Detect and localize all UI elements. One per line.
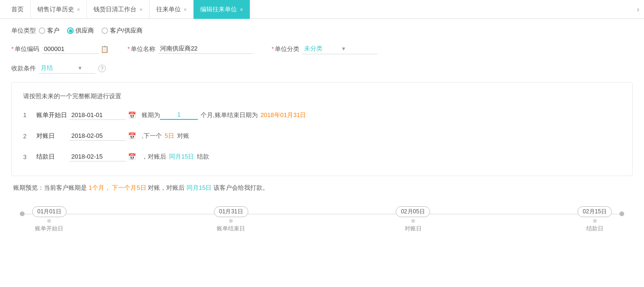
payment-terms-label: 收款条件	[11, 64, 36, 73]
payment-highlight: 同月15日	[169, 152, 194, 161]
payment-terms-value: 月结	[39, 63, 76, 73]
reconcile-date-input[interactable]	[69, 131, 126, 141]
tab-home-label: 首页	[11, 5, 24, 14]
radio-both[interactable]: 客户/供应商	[102, 26, 143, 35]
reconcile-highlight: 5日	[165, 132, 174, 140]
unit-name-group: * 单位名称	[127, 44, 253, 54]
close-edit-partner-icon[interactable]: ×	[240, 7, 243, 12]
payment-date-label: 结款日	[36, 152, 69, 161]
timeline-dot-start	[47, 219, 51, 223]
timeline-label-reconcile: 对账日	[405, 225, 422, 233]
payment-terms-arrow-icon: ▼	[77, 65, 83, 71]
start-date-input[interactable]	[69, 110, 126, 120]
period-input[interactable]	[160, 110, 198, 120]
payment-date-input[interactable]	[69, 152, 126, 161]
unit-code-label: 单位编码	[15, 45, 39, 53]
preview-period: 1个月，	[89, 184, 110, 191]
radio-supplier-label: 供应商	[76, 26, 94, 35]
payment-terms-dropdown[interactable]: 月结 ▼	[39, 63, 95, 74]
payment-terms-row: 收款条件 月结 ▼ ?	[11, 63, 633, 74]
radio-customer[interactable]: 客户	[39, 26, 59, 35]
preview-end: 该客户会给我打款。	[213, 184, 269, 191]
tab-partner[interactable]: 往来单位 ×	[150, 0, 194, 19]
timeline-label-payment: 结款日	[586, 225, 603, 233]
preview-mid: 对账，对账后	[148, 184, 185, 191]
unit-name-star: *	[127, 45, 130, 52]
timeline-label-start: 账单开始日	[35, 225, 63, 233]
payment-date-cal-icon[interactable]: 📅	[128, 153, 136, 160]
close-cash-work-icon[interactable]: ×	[139, 7, 142, 12]
preview-label: 账期预览：当前客户账期是	[13, 184, 87, 191]
unit-code-copy-icon[interactable]: 📋	[101, 45, 109, 53]
tab-home[interactable]: 首页	[5, 0, 31, 19]
timeline-label-end: 账单结束日	[217, 225, 245, 233]
radio-supplier-circle	[67, 27, 74, 34]
unit-type-label: 单位类型	[11, 26, 36, 35]
unit-category-dropdown[interactable]: 未分类 ▼	[302, 43, 378, 54]
unit-category-group: * 单位分类 未分类 ▼	[271, 43, 378, 54]
tab-edit-partner-label: 编辑往来单位	[200, 5, 237, 14]
unit-code-group: * 单位编码 📋	[11, 44, 109, 54]
timeline-dot-end	[229, 219, 233, 223]
end-date-display: 2018年01月31日	[261, 111, 306, 119]
payment-prefix: ，对账后	[142, 152, 166, 161]
reconcile-prefix: ,下一个	[142, 132, 162, 140]
unit-category-value: 未分类	[302, 43, 340, 54]
start-date-row: 1 账单开始日 📅 账期为 个月,账单结束日期为 2018年01月31日	[23, 110, 621, 120]
radio-customer-label: 客户	[47, 26, 59, 35]
close-sales-history-icon[interactable]: ×	[77, 7, 80, 12]
unit-category-arrow-icon: ▼	[341, 46, 346, 51]
tab-edit-partner[interactable]: 编辑往来单位 ×	[194, 0, 250, 19]
tab-more-button[interactable]: ›	[632, 5, 644, 14]
timeline-node-payment: 02月15日 结款日	[577, 206, 612, 233]
reconcile-date-row: 2 对账日 📅 ,下一个 5日 对账	[23, 131, 621, 141]
timeline-badge-reconcile: 02月05日	[396, 206, 430, 217]
unit-code-star: *	[11, 45, 14, 52]
start-date-label: 账单开始日	[36, 111, 69, 119]
tab-cash-work[interactable]: 钱货日清工作台 ×	[87, 0, 149, 19]
row-num-1: 1	[23, 111, 36, 118]
radio-supplier[interactable]: 供应商	[67, 26, 94, 35]
radio-both-label: 客户/供应商	[110, 26, 143, 35]
close-partner-icon[interactable]: ×	[184, 7, 186, 12]
timeline-dot-payment	[593, 219, 597, 223]
timeline-node-start: 01月01日 账单开始日	[32, 206, 67, 233]
main-content: 单位类型 客户 供应商 客户/供应商 * 单位编码 📋 * 单位名称	[0, 19, 644, 287]
reconcile-suffix: 对账	[177, 132, 189, 140]
timeline-badge-end: 01月31日	[214, 206, 248, 217]
timeline-badge-start: 01月01日	[32, 206, 67, 217]
tab-sales-history[interactable]: 销售订单历史 ×	[31, 0, 87, 19]
payment-date-row: 3 结款日 📅 ，对账后 同月15日 结款	[23, 152, 621, 161]
period-prefix: 账期为	[142, 111, 160, 119]
preview-text-container: 账期预览：当前客户账期是 1个月， 下一个月5日 对账，对账后 同月15日 该客…	[13, 184, 631, 192]
radio-both-circle	[102, 27, 108, 34]
payment-terms-help-icon[interactable]: ?	[98, 65, 106, 72]
timeline-nodes: 01月01日 账单开始日 01月31日 账单结束日 02月05日 对账日 02月…	[23, 206, 621, 233]
section-title: 请按照未来的一个完整帐期进行设置	[23, 92, 621, 101]
radio-group: 客户 供应商 客户/供应商	[39, 26, 143, 35]
reconcile-date-label: 对账日	[36, 132, 69, 140]
code-name-category-row: * 单位编码 📋 * 单位名称 * 单位分类 未分类 ▼	[11, 43, 633, 54]
preview-section: 账期预览：当前客户账期是 1个月， 下一个月5日 对账，对账后 同月15日 该客…	[11, 184, 633, 233]
tab-partner-label: 往来单位	[156, 5, 181, 14]
tab-cash-work-label: 钱货日清工作台	[93, 5, 136, 14]
tab-bar: 首页 销售订单历史 × 钱货日清工作台 × 往来单位 × 编辑往来单位 × ›	[0, 0, 644, 19]
unit-name-label: 单位名称	[131, 45, 155, 53]
period-section: 请按照未来的一个完整帐期进行设置 1 账单开始日 📅 账期为 个月,账单结束日期…	[11, 82, 633, 176]
row-num-3: 3	[23, 153, 36, 160]
row-num-2: 2	[23, 133, 36, 140]
unit-type-row: 单位类型 客户 供应商 客户/供应商	[11, 26, 633, 35]
unit-category-label: 单位分类	[275, 45, 299, 53]
unit-name-input[interactable]	[158, 44, 253, 54]
reconcile-date-cal-icon[interactable]: 📅	[128, 132, 136, 140]
tab-sales-history-label: 销售订单历史	[37, 5, 74, 14]
timeline-badge-payment: 02月15日	[577, 206, 612, 217]
timeline-container: 01月01日 账单开始日 01月31日 账单结束日 02月05日 对账日 02月…	[13, 206, 631, 233]
unit-code-input[interactable]	[42, 44, 99, 54]
preview-reconcile: 下一个月5日	[112, 184, 146, 191]
period-suffix: 个月,账单结束日期为	[201, 111, 258, 119]
start-date-cal-icon[interactable]: 📅	[128, 111, 136, 119]
payment-suffix: 结款	[197, 152, 209, 161]
radio-customer-circle	[39, 27, 45, 34]
timeline-node-end: 01月31日 账单结束日	[214, 206, 248, 233]
